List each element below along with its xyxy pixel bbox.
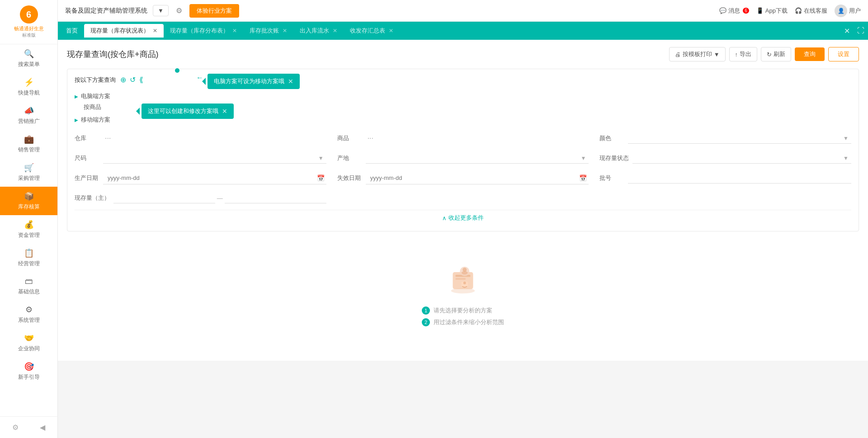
tab-bar: 首页 现存量（库存状况表） ✕ 现存量（库存分布表） ✕ 库存批次账 ✕ 出入库… <box>58 22 868 40</box>
tooltip-edit-close[interactable]: ✕ <box>222 108 227 115</box>
sidebar: 6 畅通通好生意 标准版 🔍 搜索菜单 ⚡ 快捷导航 📣 营销推广 💼 销售管理… <box>0 0 58 438</box>
stock-max-input[interactable] <box>225 193 326 203</box>
user-avatar: 👤 <box>835 5 847 17</box>
money-icon: 💰 <box>24 220 34 230</box>
exp-date-input[interactable] <box>368 173 580 183</box>
sidebar-item-purchase[interactable]: 🛒 采购管理 <box>0 158 57 187</box>
export-btn[interactable]: ↑ 导出 <box>729 47 758 61</box>
megaphone-icon: 📣 <box>24 106 34 116</box>
prod-date-input-wrap: 📅 <box>103 172 326 184</box>
tab-inventory-status[interactable]: 现存量（库存状况表） ✕ <box>84 24 164 38</box>
status-select[interactable]: ▼ <box>632 153 851 164</box>
page-header: 现存量查询(按仓库+商品) 🖨 按模板打印 ▼ ↑ 导出 ↻ 刷新 <box>67 47 859 61</box>
color-select[interactable]: ▼ <box>628 133 851 144</box>
message-btn[interactable]: 💬 消息 6 <box>719 7 749 15</box>
tab-maximize-btn[interactable]: ⛶ <box>855 25 866 37</box>
tab-close-all-btn[interactable]: ✕ <box>842 25 852 37</box>
tooltip-pc-text: 电脑方案可设为移动方案哦 <box>214 77 284 85</box>
tab-close-icon[interactable]: ✕ <box>283 28 287 34</box>
origin-select[interactable]: ▼ <box>366 153 589 164</box>
app-download-btn[interactable]: 📱 App下载 <box>756 7 788 15</box>
sidebar-item-operation[interactable]: 📋 经营管理 <box>0 244 57 272</box>
settings-icon-btn[interactable]: ⚙ <box>174 5 184 17</box>
trial-button[interactable]: 体验行业方案 <box>189 4 239 18</box>
tab-home[interactable]: 首页 <box>60 24 84 38</box>
filter-actions: ⊕ ↺ ⟪ <box>119 75 144 85</box>
tooltip-pc: 电脑方案可设为移动方案哦 ✕ <box>208 74 300 89</box>
top-header: 装备及固定资产辅助管理系统 ▼ ⚙ 体验行业方案 💬 消息 6 📱 App下载 … <box>58 0 868 22</box>
print-btn[interactable]: 🖨 按模板打印 ▼ <box>669 47 726 61</box>
sidebar-item-label: 新手引导 <box>18 373 40 381</box>
tab-batch-account[interactable]: 库存批次账 ✕ <box>243 24 293 38</box>
tab-close-icon[interactable]: ✕ <box>153 28 157 34</box>
sidebar-item-guide[interactable]: 🎯 新手引导 <box>0 357 57 386</box>
add-scheme-btn[interactable]: ⊕ <box>119 75 127 85</box>
arrow-down-icon: ▶ <box>75 94 78 99</box>
empty-illustration <box>443 259 483 299</box>
refresh-icon: ↻ <box>767 51 772 58</box>
batch-input[interactable] <box>628 173 851 184</box>
chevron-down-icon: ▼ <box>843 155 849 161</box>
sidebar-item-finance[interactable]: 💰 资金管理 <box>0 215 57 244</box>
sidebar-item-quick[interactable]: ⚡ 快捷导航 <box>0 73 57 101</box>
sidebar-item-label: 销售管理 <box>18 146 40 154</box>
sidebar-item-label: 采购管理 <box>18 174 40 182</box>
tab-receive-summary[interactable]: 收发存汇总表 ✕ <box>344 24 400 38</box>
support-label: 在线客服 <box>804 7 827 15</box>
prod-date-label: 生产日期 <box>75 174 99 182</box>
filter-color: 颜色 ▼ <box>599 131 851 146</box>
tab-label: 收发存汇总表 <box>350 27 385 35</box>
sidebar-item-basic[interactable]: 🗃 基础信息 <box>0 272 57 300</box>
sidebar-collapse-btn[interactable]: ◀ <box>38 421 47 433</box>
system-select[interactable]: ▼ <box>153 5 169 16</box>
tab-close-icon[interactable]: ✕ <box>389 28 393 34</box>
sidebar-bottom: ⚙ ◀ <box>0 416 57 438</box>
message-icon: 💬 <box>719 7 726 14</box>
collapse-row[interactable]: ∧ 收起更多条件 <box>75 210 851 226</box>
tab-inventory-dist[interactable]: 现存量（库存分布表） ✕ <box>164 24 243 38</box>
tab-close-icon[interactable]: ✕ <box>333 28 337 34</box>
filter-prod-date: 生产日期 📅 <box>75 171 326 185</box>
filter-batch: 批号 <box>599 171 851 185</box>
chevron-down-icon: ▼ <box>318 155 324 161</box>
arrow-right-icon: ▶ <box>75 118 78 122</box>
sidebar-settings-btn[interactable]: ⚙ <box>10 421 20 433</box>
sidebar-item-label: 系统管理 <box>18 316 40 324</box>
back-scheme-btn[interactable]: ⟪ <box>138 75 144 85</box>
reset-button[interactable]: 设置 <box>828 47 859 61</box>
size-select[interactable]: ▼ <box>103 153 326 164</box>
refresh-btn[interactable]: ↻ 刷新 <box>761 47 791 61</box>
user-label: 用户 <box>849 7 861 15</box>
scheme-pc[interactable]: ▶ 电脑端方案 <box>75 90 851 102</box>
stock-min-input[interactable] <box>113 193 215 203</box>
svg-rect-3 <box>456 278 466 280</box>
query-button[interactable]: 查询 <box>795 47 825 61</box>
export-icon: ↑ <box>735 51 738 58</box>
refresh-scheme-btn[interactable]: ↺ <box>129 75 137 85</box>
prod-date-input[interactable] <box>105 173 317 183</box>
tab-close-icon[interactable]: ✕ <box>232 28 237 34</box>
sidebar-item-label: 快捷导航 <box>18 89 40 97</box>
user-profile[interactable]: 👤 用户 <box>835 5 861 17</box>
support-btn[interactable]: 🎧 在线客服 <box>795 7 827 15</box>
goods-dots-btn[interactable]: ··· <box>366 134 375 142</box>
content: 现存量查询(按仓库+商品) 🖨 按模板打印 ▼ ↑ 导出 ↻ 刷新 <box>58 40 868 438</box>
database-icon: 🗃 <box>25 277 33 286</box>
sidebar-item-label: 营销推广 <box>18 118 40 125</box>
warehouse-dots-btn[interactable]: ··· <box>103 134 113 142</box>
search-icon: 🔍 <box>24 49 34 59</box>
sidebar-item-search[interactable]: 🔍 搜索菜单 <box>0 44 57 73</box>
sidebar-item-marketing[interactable]: 📣 营销推广 <box>0 101 57 130</box>
tooltip-edit: 这里可以创建和修改方案哦 ✕ <box>142 104 234 119</box>
sidebar-item-inventory[interactable]: 📦 库存核算 <box>0 187 57 215</box>
tab-in-out[interactable]: 出入库流水 ✕ <box>293 24 344 38</box>
calendar-icon[interactable]: 📅 <box>579 174 587 182</box>
sidebar-item-sales[interactable]: 💼 销售管理 <box>0 130 57 158</box>
sidebar-item-system[interactable]: ⚙ 系统管理 <box>0 300 57 329</box>
calendar-icon[interactable]: 📅 <box>317 174 325 182</box>
tooltip-pc-close[interactable]: ✕ <box>288 78 293 85</box>
tab-label: 现存量（库存分布表） <box>170 27 229 35</box>
color-label: 颜色 <box>599 134 624 142</box>
chevron-up-icon: ∧ <box>442 215 447 221</box>
sidebar-item-enterprise[interactable]: 🤝 企业协同 <box>0 329 57 357</box>
